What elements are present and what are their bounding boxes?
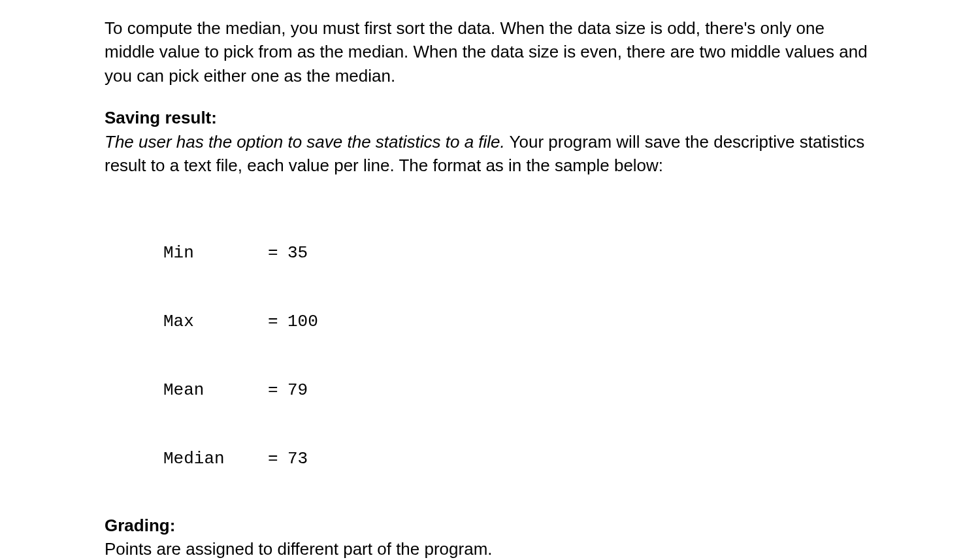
grading-intro: Points are assigned to different part of… <box>105 537 875 560</box>
saving-result-heading: Saving result: <box>105 106 875 129</box>
sample-row: Mean=79 <box>163 379 875 402</box>
grading-section: Grading: Points are assigned to differen… <box>105 514 875 560</box>
median-paragraph: To compute the median, you must first so… <box>105 16 875 88</box>
sample-eq: = <box>268 242 287 265</box>
sample-output-block: Min=35 Max=100 Mean=79 Median=73 <box>163 195 875 493</box>
sample-label: Min <box>163 242 268 265</box>
sample-label: Mean <box>163 379 268 402</box>
sample-label: Median <box>163 448 268 470</box>
saving-result-italic: The user has the option to save the stat… <box>105 132 505 152</box>
sample-value: 100 <box>287 310 318 333</box>
sample-label: Max <box>163 310 268 333</box>
sample-value: 79 <box>287 379 308 402</box>
sample-value: 73 <box>287 448 308 470</box>
sample-eq: = <box>268 379 287 402</box>
sample-row: Min=35 <box>163 242 875 265</box>
sample-row: Max=100 <box>163 310 875 333</box>
saving-result-body: The user has the option to save the stat… <box>105 130 875 178</box>
sample-value: 35 <box>287 242 308 265</box>
saving-result-section: Saving result: The user has the option t… <box>105 106 875 177</box>
sample-eq: = <box>268 448 287 470</box>
sample-eq: = <box>268 310 287 333</box>
grading-heading: Grading: <box>105 514 875 537</box>
sample-row: Median=73 <box>163 448 875 470</box>
